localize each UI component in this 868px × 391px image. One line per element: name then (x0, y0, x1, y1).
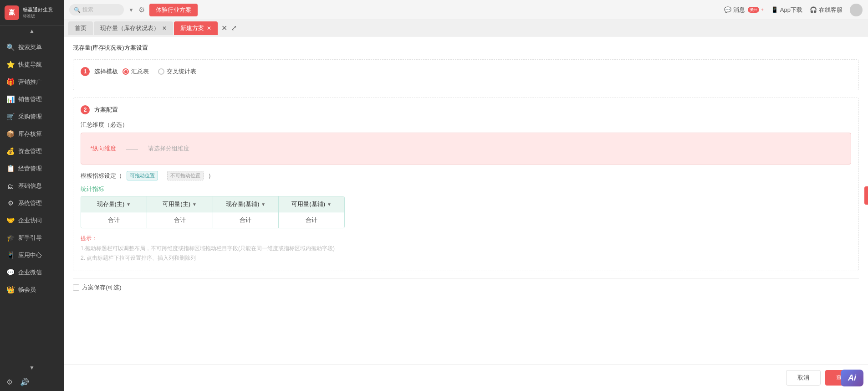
sidebar-scroll-up[interactable]: ▲ (0, 26, 64, 36)
radio-summary[interactable]: 汇总表 (123, 67, 149, 76)
radio-cross[interactable]: 交叉统计表 (158, 67, 196, 76)
col-header-2[interactable]: 现存量(基辅) ▼ (213, 196, 279, 212)
col-label-1: 可用量(主) (163, 200, 190, 208)
col-chevron-2[interactable]: ▼ (261, 202, 266, 207)
sidebar-item-search[interactable]: 🔍 搜索菜单 (0, 39, 64, 56)
col-chevron-0[interactable]: ▼ (126, 202, 131, 207)
marketing-icon: 🎁 (6, 78, 15, 86)
sidebar-item-label: 经营管理 (18, 165, 42, 173)
radio-cross-label: 交叉统计表 (167, 67, 196, 76)
system-icon: ⚙ (6, 199, 15, 207)
radio-cross-circle (158, 68, 164, 75)
search-icon: 🔍 (74, 7, 81, 13)
message-button[interactable]: 💬 消息 99+ + (724, 6, 764, 14)
cell-0-2: 合计 (213, 212, 279, 228)
content-area: 现存量(库存状况表)方案设置 1 选择模板 汇总表 交叉统计表 (64, 36, 868, 391)
online-service-button[interactable]: 🎧 在线客服 (810, 6, 842, 14)
right-indicator (864, 186, 868, 205)
sidebar-item-sales[interactable]: 📊 销售管理 (0, 91, 64, 108)
logo-title: 畅赢通好生意 (23, 6, 53, 13)
cooperation-icon: 🤝 (6, 216, 15, 225)
close-window-icon[interactable]: ✕ (221, 24, 227, 32)
sidebar-item-label: 搜索菜单 (18, 43, 42, 51)
inventory-icon: 📦 (6, 130, 15, 138)
newguide-icon: 🎓 (6, 234, 15, 242)
tab-new-plan[interactable]: 新建方案 ✕ (174, 21, 218, 35)
sidebar-item-purchase[interactable]: 🛒 采购管理 (0, 108, 64, 125)
audio-icon[interactable]: 🔊 (20, 378, 29, 386)
dim-placeholder: 请选择分组维度 (148, 144, 189, 153)
sidebar-item-wechat[interactable]: 💬 企业微信 (0, 264, 64, 281)
topbar-gear-icon[interactable]: ⚙ (138, 5, 145, 14)
section2-title: 方案配置 (94, 106, 118, 114)
sidebar-nav: 🔍 搜索菜单 ⭐ 快捷导航 🎁 营销推广 📊 销售管理 🛒 采购管理 📦 库存核… (0, 36, 64, 363)
window-controls: ✕ ⤢ (221, 24, 237, 32)
tips-title: 提示： (81, 234, 851, 244)
topbar-search[interactable]: 🔍 搜索 (69, 4, 124, 15)
topbar-right: 💬 消息 99+ + 📱 App下载 🎧 在线客服 (724, 4, 863, 16)
dimension-area[interactable]: *纵向维度 —— 请选择分组维度 (81, 133, 851, 165)
sidebar-item-basic[interactable]: 🗂 基础信息 (0, 177, 64, 195)
cell-0-3: 合计 (279, 212, 344, 228)
trial-plan-button[interactable]: 体验行业方案 (149, 4, 198, 16)
expand-window-icon[interactable]: ⤢ (231, 24, 237, 32)
sidebar-item-marketing[interactable]: 🎁 营销推广 (0, 73, 64, 91)
col-header-1[interactable]: 可用量(主) ▼ (147, 196, 213, 212)
sidebar-item-shortcut[interactable]: ⭐ 快捷导航 (0, 56, 64, 73)
col-chevron-3[interactable]: ▼ (327, 202, 332, 207)
sidebar-item-system[interactable]: ⚙ 系统管理 (0, 195, 64, 212)
topbar-dropdown[interactable]: ▼ (128, 7, 134, 13)
sidebar-item-label: 新手引导 (18, 234, 42, 242)
cell-0-0: 合计 (81, 212, 147, 228)
radio-summary-label: 汇总表 (131, 67, 149, 76)
tab-inventory-close[interactable]: ✕ (162, 25, 167, 31)
tab-inventory[interactable]: 现存量（库存状况表） ✕ (94, 21, 173, 35)
main-area: 🔍 搜索 ▼ ⚙ 体验行业方案 💬 消息 99+ + 📱 App下载 🎧 在线客… (64, 0, 868, 391)
ai-badge[interactable]: Ai (841, 370, 863, 386)
app-download-button[interactable]: 📱 App下载 (771, 6, 802, 14)
cancel-button[interactable]: 取消 (786, 370, 821, 386)
save-checkbox[interactable] (73, 284, 79, 291)
sidebar-item-inventory[interactable]: 📦 库存核算 (0, 125, 64, 143)
search-text: 搜索 (82, 6, 93, 14)
service-icon: 🎧 (810, 6, 817, 13)
tab-inventory-label: 现存量（库存状况表） (100, 24, 159, 32)
section2-header: 2 方案配置 (81, 105, 851, 114)
section1-title: 选择模板 (94, 67, 118, 76)
table-header-row: 现存量(主) ▼ 可用量(主) ▼ 现存量(基辅) ▼ 可用量(基辅) ▼ (81, 196, 344, 212)
sidebar-item-appcenter[interactable]: 📱 应用中心 (0, 247, 64, 264)
user-avatar[interactable] (850, 4, 863, 16)
dim-separator: —— (126, 145, 138, 152)
save-option: 方案保存(可选) (73, 278, 859, 292)
sidebar-item-label: 资金管理 (18, 147, 42, 155)
tip1: 1.拖动标题栏可以调整布局，不可跨维度或指标区域拖动栏目字段(只能在同一维度或指… (81, 244, 851, 254)
sidebar-scroll-down[interactable]: ▼ (0, 363, 64, 373)
table-row: 合计 合计 合计 合计 (81, 212, 344, 228)
sidebar-item-operations[interactable]: 📋 经营管理 (0, 160, 64, 177)
col-header-0[interactable]: 现存量(主) ▼ (81, 196, 147, 212)
sidebar-item-member[interactable]: 👑 畅会员 (0, 281, 64, 298)
sidebar-item-label: 营销推广 (18, 78, 42, 86)
sidebar-item-label: 基础信息 (18, 182, 42, 190)
sidebar-item-finance[interactable]: 💰 资金管理 (0, 143, 64, 160)
col-header-3[interactable]: 可用量(基辅) ▼ (279, 196, 344, 212)
sidebar-item-newguide[interactable]: 🎓 新手引导 (0, 229, 64, 247)
sidebar-item-label: 快捷导航 (18, 61, 42, 69)
col-label-3: 可用量(基辅) (291, 200, 325, 208)
cell-0-1: 合计 (147, 212, 213, 228)
sidebar-item-label: 采购管理 (18, 113, 42, 121)
sidebar-item-cooperation[interactable]: 🤝 企业协同 (0, 212, 64, 229)
section1-num: 1 (81, 67, 90, 76)
tab-new-plan-close[interactable]: ✕ (207, 25, 211, 31)
dim-label: 汇总维度（必选） (81, 121, 851, 129)
purchase-icon: 🛒 (6, 113, 15, 121)
topbar: 🔍 搜索 ▼ ⚙ 体验行业方案 💬 消息 99+ + 📱 App下载 🎧 在线客… (64, 0, 868, 20)
sidebar-item-label: 企业协同 (18, 216, 42, 225)
tab-home[interactable]: 首页 (68, 21, 93, 35)
sidebar-item-label: 销售管理 (18, 95, 42, 103)
app-icon: 📱 (771, 6, 778, 13)
bottom-bar: 取消 查询 (64, 364, 868, 391)
settings-icon[interactable]: ⚙ (6, 378, 13, 386)
tab-home-label: 首页 (75, 24, 87, 32)
col-chevron-1[interactable]: ▼ (192, 202, 197, 207)
